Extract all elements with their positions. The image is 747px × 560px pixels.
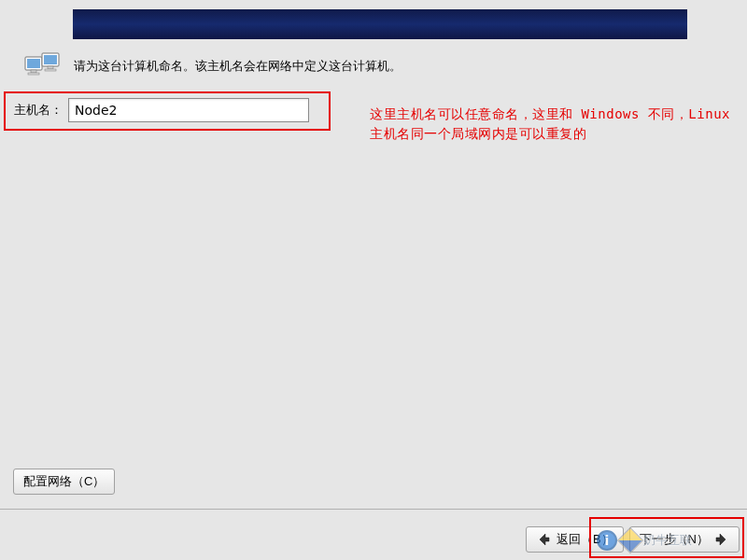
svg-rect-2 [31,70,36,73]
hostname-input[interactable] [68,98,309,122]
header-banner [73,9,687,39]
svg-rect-7 [45,69,56,71]
svg-rect-6 [48,66,53,69]
svg-rect-1 [27,59,40,68]
instruction-row: 请为这台计算机命名。该主机名会在网络中定义这台计算机。 [23,51,402,81]
next-button-label: 下一步（N） [640,531,709,548]
arrow-left-icon [536,532,551,547]
annotation-text: 这里主机名可以任意命名，这里和 Windows 不同，Linux 主机名同一个局… [370,105,741,144]
arrow-right-icon [714,532,729,547]
computers-icon [23,51,63,81]
svg-rect-5 [44,55,57,64]
svg-rect-3 [28,73,39,75]
bottom-button-bar: 返回（B） 下一步（N） [526,526,740,553]
next-button[interactable]: 下一步（N） [629,526,740,553]
back-button[interactable]: 返回（B） [526,526,624,553]
back-button-label: 返回（B） [557,531,613,548]
instruction-text: 请为这台计算机命名。该主机名会在网络中定义这台计算机。 [74,58,402,75]
separator-line [0,509,747,510]
hostname-label: 主机名： [14,102,63,119]
hostname-row: 主机名： [14,98,309,122]
configure-network-button[interactable]: 配置网络（C） [13,469,115,495]
